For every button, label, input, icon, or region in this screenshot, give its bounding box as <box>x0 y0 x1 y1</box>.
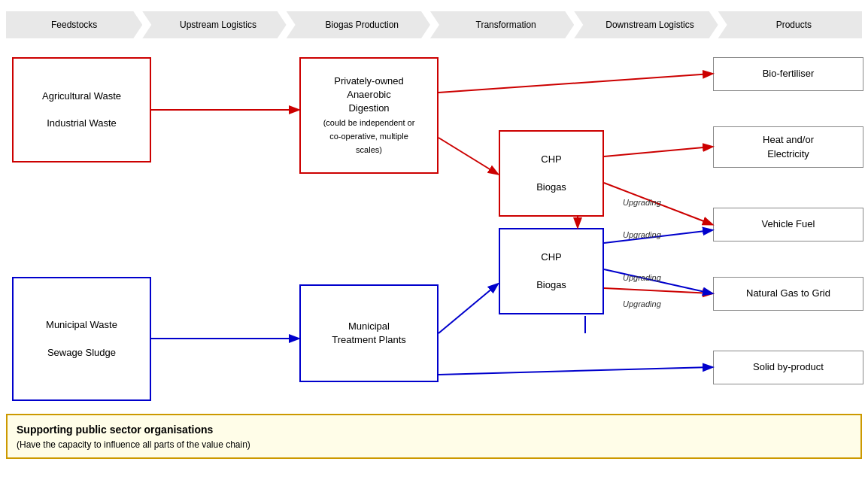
chevron-upstream-logistics: Upstream Logistics <box>142 11 286 38</box>
chp-biogas-blue-box: CHP Biogas <box>499 228 604 314</box>
municipal-waste-box: Municipal Waste Sewage Sludge <box>12 277 151 401</box>
upgrading-label-2: Upgrading <box>623 230 662 239</box>
supporting-title: Supporting public sector organisations <box>17 421 851 438</box>
chevron-products: Products <box>718 11 862 38</box>
private-ad-box: Privately-owned Anaerobic Digestion (cou… <box>299 57 439 174</box>
supporting-box: Supporting public sector organisations (… <box>6 414 862 459</box>
chevron-downstream-logistics: Downstream Logistics <box>574 11 718 38</box>
municipal-treatment-box: Municipal Treatment Plants <box>299 284 439 382</box>
supporting-subtitle: (Have the capacity to influence all part… <box>17 438 851 452</box>
solid-byproduct-box: Solid by-product <box>713 351 863 384</box>
upgrading-label-3: Upgrading <box>623 273 662 282</box>
svg-line-2 <box>439 74 712 93</box>
diagram-container: Feedstocks Upstream Logistics Biogas Pro… <box>0 0 868 486</box>
svg-line-10 <box>439 367 712 375</box>
main-area: Agricultural Waste Industrial Waste Priv… <box>6 51 862 446</box>
svg-line-4 <box>604 183 712 224</box>
chevron-feedstocks: Feedstocks <box>6 11 142 38</box>
chevron-biogas-production: Biogas Production <box>287 11 430 38</box>
agri-waste-box: Agricultural Waste Industrial Waste <box>12 57 151 163</box>
chp-biogas-red-box: CHP Biogas <box>499 130 604 217</box>
svg-line-7 <box>439 284 497 333</box>
svg-line-8 <box>604 230 712 243</box>
heat-electricity-box: Heat and/or Electricity <box>713 126 863 168</box>
svg-line-3 <box>604 147 712 156</box>
chevron-transformation: Transformation <box>430 11 574 38</box>
svg-line-5 <box>604 288 712 293</box>
upgrading-label-1: Upgrading <box>623 198 662 207</box>
vehicle-fuel-box: Vehicle Fuel <box>713 208 863 241</box>
header-row: Feedstocks Upstream Logistics Biogas Pro… <box>6 6 862 44</box>
upgrading-label-4: Upgrading <box>623 299 662 308</box>
svg-line-9 <box>604 269 712 293</box>
svg-line-1 <box>439 138 497 174</box>
natural-gas-box: Natural Gas to Grid <box>713 277 863 311</box>
bio-fertiliser-box: Bio-fertiliser <box>713 57 863 91</box>
